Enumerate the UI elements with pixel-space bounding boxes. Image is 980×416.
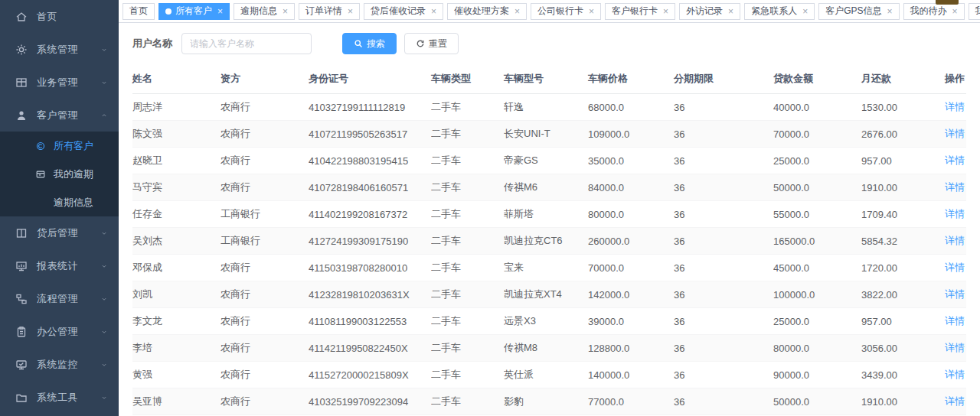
tab-my-process[interactable]: 我的流程× xyxy=(969,3,980,20)
sidebar-item-my-overdue[interactable]: 我的逾期 xyxy=(0,160,119,188)
avatar[interactable] xyxy=(936,0,959,5)
close-icon[interactable]: × xyxy=(887,7,892,16)
sidebar-item-postloan-mgmt[interactable]: 贷后管理 xyxy=(0,216,119,249)
tab-label: 我的流程 xyxy=(975,5,980,18)
customer-name-input[interactable] xyxy=(181,33,312,54)
cell-action: 详情 xyxy=(942,281,966,308)
close-icon[interactable]: × xyxy=(217,7,223,16)
close-icon[interactable]: × xyxy=(589,7,594,16)
sidebar-item-office-mgmt[interactable]: 办公管理 xyxy=(0,315,119,348)
sidebar-item-system-monitor[interactable]: 系统监控 xyxy=(0,348,119,381)
detail-link[interactable]: 详情 xyxy=(945,128,965,139)
sidebar-item-business-mgmt[interactable]: 业务管理 xyxy=(0,66,119,99)
tab-customer-bank-card[interactable]: 客户银行卡× xyxy=(605,3,675,20)
sidebar-item-system-mgmt[interactable]: 系统管理 xyxy=(0,33,119,66)
sidebar-item-label: 系统管理 xyxy=(37,43,78,57)
close-icon[interactable]: × xyxy=(283,7,288,16)
cell-vehicle-model: 宝来 xyxy=(504,255,588,281)
cell-name: 周志洋 xyxy=(132,94,220,121)
tab-customer-gps-info[interactable]: 客户GPS信息× xyxy=(818,3,899,20)
detail-link[interactable]: 详情 xyxy=(945,154,965,166)
detail-link[interactable]: 详情 xyxy=(945,342,965,353)
customer-table: 姓名资方身份证号车辆类型车辆型号车辆价格分期期限贷款金额月还款操作 周志洋农商行… xyxy=(132,66,966,416)
detail-link[interactable]: 详情 xyxy=(945,181,965,193)
sidebar-item-overdue-info[interactable]: 逾期信息 xyxy=(0,188,119,216)
sidebar-item-label: 系统监控 xyxy=(37,358,78,372)
tab-all-customers[interactable]: 所有客户× xyxy=(158,3,230,20)
submenu-customer-mgmt: 所有客户我的逾期逾期信息 xyxy=(0,132,119,216)
detail-link[interactable]: 详情 xyxy=(945,101,965,112)
table-row: 马守宾农商行410728198406160571二手车传祺M684000.036… xyxy=(132,174,966,201)
cell-monthly-payment: 1709.40 xyxy=(861,201,942,228)
detail-link[interactable]: 详情 xyxy=(945,315,965,327)
cell-vehicle-price: 109000.0 xyxy=(588,121,674,148)
cell-vehicle-type: 二手车 xyxy=(431,94,504,121)
tab-company-bank-card[interactable]: 公司银行卡× xyxy=(531,3,601,20)
cell-vehicle-price: 80000.0 xyxy=(588,201,674,228)
chevron-down-icon xyxy=(100,229,108,237)
cell-action: 详情 xyxy=(942,201,966,228)
chevron-down-icon xyxy=(100,394,108,401)
close-icon[interactable]: × xyxy=(514,7,520,16)
cell-id-number: 41152720000215809X xyxy=(309,362,431,388)
tab-my-todo[interactable]: 我的待办× xyxy=(903,3,965,20)
sidebar-item-all-customers[interactable]: 所有客户 xyxy=(0,132,119,160)
sidebar-item-report-stats[interactable]: 报表统计 xyxy=(0,249,119,282)
sidebar-item-label: 业务管理 xyxy=(37,76,78,89)
table-row: 李培农商行41142119950822450X二手车传祺M8128800.036… xyxy=(132,335,966,362)
close-icon[interactable]: × xyxy=(348,7,353,16)
cell-name: 马守宾 xyxy=(132,174,220,201)
cell-funder: 农商行 xyxy=(220,308,309,335)
cell-action: 详情 xyxy=(942,255,966,281)
tab-collection-plan[interactable]: 催收处理方案× xyxy=(447,3,527,20)
table-row: 赵晓卫农商行410422198803195415二手车帝豪GS35000.036… xyxy=(132,148,966,174)
tab-home[interactable]: 首页 xyxy=(122,3,155,20)
reset-button[interactable]: 重置 xyxy=(404,33,459,54)
cell-vehicle-type: 二手车 xyxy=(431,388,504,415)
cell-action: 详情 xyxy=(942,94,966,121)
active-tab-dot xyxy=(165,8,172,15)
detail-link[interactable]: 详情 xyxy=(945,235,965,246)
column-header-vehicle-model: 车辆型号 xyxy=(504,66,588,94)
cell-vehicle-model: 影豹 xyxy=(504,388,588,415)
table-row: 邓保成农商行411503198708280010二手车宝来70000.03645… xyxy=(132,255,966,281)
close-icon[interactable]: × xyxy=(431,7,436,16)
cell-vehicle-model: 轩逸 xyxy=(504,94,588,121)
cell-monthly-payment: 3439.00 xyxy=(861,362,942,388)
cell-monthly-payment: 3056.00 xyxy=(861,335,942,362)
tab-overdue-info[interactable]: 逾期信息× xyxy=(234,3,295,20)
tab-emergency-contacts[interactable]: 紧急联系人× xyxy=(744,3,815,20)
chart-icon xyxy=(15,260,28,272)
sidebar-item-customer-mgmt[interactable]: 客户管理 xyxy=(0,99,119,132)
close-icon[interactable]: × xyxy=(952,7,958,16)
detail-link[interactable]: 详情 xyxy=(945,288,965,300)
detail-link[interactable]: 详情 xyxy=(945,208,965,219)
sidebar-item-label: 系统工具 xyxy=(37,391,78,405)
cell-vehicle-type: 二手车 xyxy=(431,362,504,388)
detail-link[interactable]: 详情 xyxy=(945,262,965,273)
tab-postloan-collection-records[interactable]: 贷后催收记录× xyxy=(364,3,443,20)
sidebar-item-label: 客户管理 xyxy=(37,109,78,122)
sidebar-item-process-mgmt[interactable]: 流程管理 xyxy=(0,282,119,315)
tab-label: 所有客户 xyxy=(175,5,212,18)
cell-vehicle-model: 凯迪拉克XT4 xyxy=(504,281,588,308)
detail-link[interactable]: 详情 xyxy=(945,395,965,407)
table-row: 黄强农商行41152720000215809X二手车英仕派140000.0369… xyxy=(132,362,966,388)
cell-loan-amount: 25000.0 xyxy=(773,148,861,174)
cell-monthly-payment: 957.00 xyxy=(861,148,942,174)
sidebar-item-home[interactable]: 首页 xyxy=(0,0,119,33)
detail-link[interactable]: 详情 xyxy=(945,369,965,380)
cell-action: 详情 xyxy=(942,388,966,415)
cell-vehicle-price: 140000.0 xyxy=(588,362,674,388)
cell-installment-term: 36 xyxy=(674,362,773,388)
close-icon[interactable]: × xyxy=(802,7,808,16)
tab-field-visit-records[interactable]: 外访记录× xyxy=(679,3,740,20)
close-icon[interactable]: × xyxy=(663,7,668,16)
sidebar-item-label: 报表统计 xyxy=(37,259,78,273)
cell-loan-amount: 25000.0 xyxy=(773,308,861,335)
tab-order-detail[interactable]: 订单详情× xyxy=(299,3,360,20)
sidebar-item-system-tools[interactable]: 系统工具 xyxy=(0,381,119,414)
search-button[interactable]: 搜索 xyxy=(342,33,397,54)
cell-installment-term: 36 xyxy=(674,308,773,335)
close-icon[interactable]: × xyxy=(728,7,733,16)
